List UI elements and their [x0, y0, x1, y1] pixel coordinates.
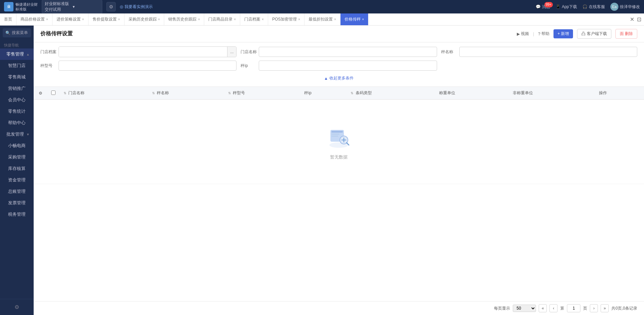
- tab-close-store-catalog[interactable]: ×: [234, 18, 236, 21]
- table-header-row: ⚙ 门店名称 秤名称 秤型号: [34, 87, 644, 100]
- app-download-button[interactable]: 📱 App下载: [556, 4, 577, 10]
- logo-text: 畅捷通好业财 标准版: [15, 2, 38, 12]
- chevron-down-icon: ▼: [26, 133, 30, 136]
- tab-close-price-scale[interactable]: ×: [362, 18, 364, 21]
- th-barcode-type[interactable]: 条码类型: [347, 87, 435, 100]
- tab-sale-history[interactable]: 销售历史价跟踪 ×: [164, 13, 204, 25]
- separator: |: [533, 31, 534, 36]
- filter-area: 门店档案 ... 门店名称 秤名称 秤型号: [34, 42, 644, 87]
- tab-store-catalog[interactable]: 门店商品目录 ×: [204, 13, 240, 25]
- tab-close-store-profile[interactable]: ×: [262, 18, 264, 21]
- tab-close-sale-price[interactable]: ×: [118, 18, 120, 21]
- store-profile-input[interactable]: [59, 47, 227, 57]
- filter-scale-ip: 秤ip: [241, 61, 437, 71]
- help-icon: ?: [538, 32, 540, 36]
- tab-close-purchase-history[interactable]: ×: [158, 18, 160, 21]
- th-weight-unit: 称重单位: [435, 87, 509, 100]
- video-link[interactable]: ▶ 视频: [517, 31, 529, 37]
- sidebar-item-invoice[interactable]: 发票管理: [0, 197, 34, 209]
- search-icon: 🔍: [5, 31, 10, 35]
- prev-page-button[interactable]: ‹: [549, 304, 558, 312]
- next-page-button[interactable]: ›: [590, 304, 598, 312]
- sidebar-item-smart-store[interactable]: 智慧门店: [0, 60, 34, 71]
- sidebar-item-finance[interactable]: 资金管理: [0, 174, 34, 186]
- tab-close-price-settings[interactable]: ×: [46, 18, 48, 21]
- tab-purchase-strategy[interactable]: 进价策略设置 ×: [52, 13, 88, 25]
- notifications-button[interactable]: 💬 消息 99+: [536, 4, 550, 10]
- download-client-button[interactable]: 凸 客户端下载: [577, 29, 611, 39]
- select-all-checkbox[interactable]: [51, 91, 56, 95]
- svg-rect-3: [331, 134, 339, 135]
- first-page-button[interactable]: «: [539, 304, 547, 312]
- tab-close-min-discount[interactable]: ×: [334, 18, 336, 21]
- sidebar-item-wholesale[interactable]: 批发管理 ▼: [0, 129, 34, 140]
- online-support-button[interactable]: 🎧 在线客服: [582, 4, 605, 10]
- sidebar-search-button[interactable]: 🔍 搜索菜单: [3, 28, 31, 37]
- table-body: 暂无数据: [34, 100, 644, 184]
- store-name-input[interactable]: [259, 47, 437, 57]
- sidebar-item-help[interactable]: 帮助中心: [0, 117, 34, 129]
- empty-state-cell: 暂无数据: [34, 100, 644, 184]
- th-settings[interactable]: ⚙: [34, 87, 47, 100]
- tab-purchase-history[interactable]: 采购历史价跟踪 ×: [124, 13, 165, 25]
- tab-close-current[interactable]: ✕: [630, 16, 634, 23]
- version-selector[interactable]: 好业财标准版交付试用 ▾: [42, 0, 102, 14]
- per-page-select[interactable]: 10 20 50 100: [513, 305, 536, 312]
- sidebar-settings-button[interactable]: ⚙: [3, 302, 31, 312]
- sidebar-search-area: 🔍 搜索菜单: [0, 26, 34, 40]
- download-icon: 📱: [556, 4, 561, 9]
- video-icon: ▶: [517, 32, 520, 36]
- sidebar-item-tax[interactable]: 税务管理: [0, 209, 34, 220]
- add-button[interactable]: + 新增: [553, 29, 573, 38]
- demo-link[interactable]: ◎ 我要看实例演示: [120, 4, 153, 10]
- tab-home[interactable]: 首页: [0, 13, 16, 25]
- empty-icon: [325, 123, 352, 150]
- data-table: ⚙ 门店名称 秤名称 秤型号: [34, 87, 644, 184]
- last-page-button[interactable]: »: [601, 304, 609, 312]
- table-container: ⚙ 门店名称 秤名称 秤型号: [34, 87, 644, 301]
- delete-button[interactable]: 面 删除: [615, 29, 637, 39]
- help-link[interactable]: ? 帮助: [538, 31, 549, 37]
- th-scale-model[interactable]: 秤型号: [224, 87, 300, 100]
- store-profile-ellipsis-btn[interactable]: ...: [227, 47, 236, 57]
- sidebar-item-purchase[interactable]: 采购管理: [0, 151, 34, 163]
- tab-price-settings[interactable]: 商品价格设置 ×: [16, 13, 52, 25]
- tab-min-discount[interactable]: 最低折扣设置 ×: [305, 13, 341, 25]
- tab-price-scale[interactable]: 价格传秤 ×: [341, 13, 368, 25]
- collapse-button[interactable]: ▲ 收起更多条件: [40, 74, 637, 82]
- user-menu[interactable]: Ea 徐泽华修改: [610, 3, 640, 11]
- tab-store-profile[interactable]: 门店档案 ×: [240, 13, 268, 25]
- sidebar-item-general-ledger[interactable]: 总账管理: [0, 186, 34, 197]
- sidebar-item-marketing[interactable]: 营销推广: [0, 83, 34, 94]
- pagination-bar: 每页显示 10 20 50 100 « ‹ 算 页 › » 共0页,0条记录: [34, 301, 644, 315]
- sidebar-item-inventory[interactable]: 库存核算: [0, 163, 34, 174]
- page-number-input[interactable]: [567, 304, 580, 312]
- scale-name-input[interactable]: [459, 47, 637, 57]
- top-header: 业 畅捷通好业财 标准版 好业财标准版交付试用 ▾ ⚙ ◎ 我要看实例演示 💬 …: [0, 0, 644, 13]
- chevron-down-icon: ▾: [73, 4, 99, 9]
- scale-model-input[interactable]: [59, 61, 237, 71]
- sidebar-item-retail-mall[interactable]: 零售商城: [0, 71, 34, 83]
- page-actions: ▶ 视频 | ? 帮助 + 新增 凸 客户端下载 面 删除: [517, 29, 637, 39]
- page-label: 算: [560, 306, 564, 311]
- tab-close-sale-history[interactable]: ×: [198, 18, 200, 21]
- th-scale-name[interactable]: 秤名称: [148, 87, 224, 100]
- tab-close-purchase-strategy[interactable]: ×: [82, 18, 84, 21]
- sidebar-item-member[interactable]: 会员中心: [0, 94, 34, 106]
- sidebar-item-xiaochange[interactable]: 小畅电商: [0, 140, 34, 151]
- tab-expand[interactable]: ⊡: [637, 16, 641, 23]
- content-area: 价格传秤设置 ▶ 视频 | ? 帮助 + 新增 凸 客户端下载 面 删除: [34, 26, 644, 315]
- tab-sale-price[interactable]: 售价提取设置 ×: [88, 13, 124, 25]
- th-store-name[interactable]: 门店名称: [60, 87, 148, 100]
- tab-close-pos-manage[interactable]: ×: [298, 18, 300, 21]
- logo-icon: 业: [4, 2, 13, 11]
- demo-icon: ◎: [120, 4, 123, 9]
- sidebar-item-retail-stats[interactable]: 零售统计: [0, 106, 34, 117]
- table-head: ⚙ 门店名称 秤名称 秤型号: [34, 87, 644, 100]
- sidebar-item-retail[interactable]: 零售管理 ▲: [0, 48, 34, 60]
- th-action: 操作: [595, 87, 644, 100]
- settings-button[interactable]: ⚙: [106, 2, 116, 11]
- tab-bar: 首页 商品价格设置 × 进价策略设置 × 售价提取设置 × 采购历史价跟踪 × …: [0, 13, 644, 26]
- tab-pos-manage[interactable]: POS加密管理 ×: [268, 13, 305, 25]
- scale-ip-input[interactable]: [259, 61, 437, 71]
